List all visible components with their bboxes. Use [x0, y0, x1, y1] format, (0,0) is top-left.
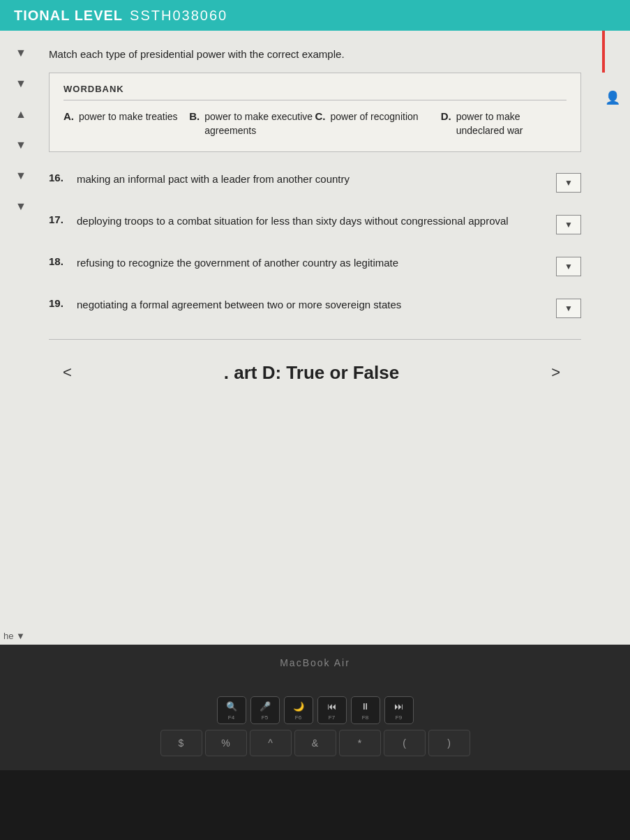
chevron-down-icon-17: ▼	[564, 220, 573, 230]
rewind-icon: ⏮	[327, 701, 336, 712]
moon-icon: 🌙	[293, 701, 304, 712]
symbol-keys-row: $ % ^ & * ( )	[160, 730, 470, 756]
key-f5[interactable]: 🎤 F5	[250, 696, 280, 724]
dropdown-19[interactable]: ▼	[556, 299, 581, 318]
dropdown-18[interactable]: ▼	[556, 257, 581, 276]
laptop-bottom: MacBook Air 🔍 F4 🎤 F5 🌙 F6 ⏮ F7 ⏸ F8 ⏭ F…	[0, 645, 630, 770]
wb-letter-c: C.	[315, 110, 328, 122]
key-f4[interactable]: 🔍 F4	[217, 696, 246, 724]
key-f8[interactable]: ⏸ F8	[351, 696, 380, 724]
key-asterisk[interactable]: *	[339, 730, 381, 756]
dropdown-17[interactable]: ▼	[556, 215, 581, 234]
mic-icon: 🎤	[260, 701, 271, 712]
question-text-16: making an informal pact with a leader fr…	[77, 172, 549, 188]
chevron-down-icon-18: ▼	[564, 262, 573, 271]
wordbank-item-d: D. power to make undeclared war	[441, 110, 567, 137]
key-close-paren[interactable]: )	[428, 730, 470, 756]
header-bar: TIONAL LEVEL SSTH038060	[0, 0, 630, 31]
part-label: . art D: True or False	[224, 362, 399, 384]
wordbank-item-b: B. power to make executive agreements	[189, 110, 315, 137]
question-text-17: deploying troops to a combat situation f…	[77, 213, 549, 230]
question-text-19: negotiating a formal agreement between t…	[77, 297, 549, 313]
key-dollar[interactable]: $	[160, 730, 202, 756]
search-icon: 🔍	[226, 701, 237, 712]
left-sidebar: ▼ ▼ ▲ ▼ ▼ ▼	[0, 31, 42, 645]
question-number-18: 18.	[49, 255, 70, 267]
wordbank-box: WORDBANK A. power to make treaties B. po…	[49, 73, 581, 152]
header-title: TIONAL LEVEL	[14, 8, 123, 24]
header-code: SSTH038060	[130, 8, 227, 24]
question-row-17: 17. deploying troops to a combat situati…	[49, 213, 581, 234]
instruction-text: Match each type of presidential power wi…	[49, 48, 581, 60]
question-row-16: 16. making an informal pact with a leade…	[49, 172, 581, 193]
right-sidebar: 👤	[595, 31, 630, 645]
sidebar-arrow-4[interactable]: ▼	[13, 137, 29, 153]
nav-bottom: < . art D: True or False >	[49, 354, 581, 395]
chevron-down-icon-19: ▼	[564, 303, 573, 313]
key-f7[interactable]: ⏮ F7	[317, 696, 347, 724]
content-area: Match each type of presidential power wi…	[42, 31, 595, 645]
he-partial-label: he ▼	[3, 631, 25, 641]
key-f9[interactable]: ⏭ F9	[384, 696, 414, 724]
wb-text-d: power to make undeclared war	[456, 110, 567, 137]
key-ampersand[interactable]: &	[294, 730, 336, 756]
red-accent-bar	[602, 31, 605, 73]
question-number-19: 19.	[49, 297, 70, 309]
wb-text-c: power of recognition	[331, 110, 419, 124]
key-open-paren[interactable]: (	[384, 730, 426, 756]
section-divider	[49, 339, 581, 340]
wb-text-a: power to make treaties	[79, 110, 178, 124]
key-percent[interactable]: %	[205, 730, 247, 756]
user-icon[interactable]: 👤	[605, 90, 620, 105]
sidebar-arrow-5[interactable]: ▼	[13, 167, 29, 184]
dropdown-16[interactable]: ▼	[556, 173, 581, 193]
chevron-down-icon-16: ▼	[564, 178, 573, 188]
wordbank-title: WORDBANK	[63, 84, 567, 100]
wordbank-item-a: A. power to make treaties	[63, 110, 189, 124]
wb-letter-d: D.	[441, 110, 453, 122]
wb-text-b: power to make executive agreements	[204, 110, 315, 137]
wb-letter-b: B.	[189, 110, 202, 122]
wordbank-item-c: C. power of recognition	[315, 110, 441, 124]
question-text-18: refusing to recognize the government of …	[77, 255, 549, 271]
question-row-19: 19. negotiating a formal agreement betwe…	[49, 297, 581, 318]
sidebar-arrow-3[interactable]: ▲	[13, 106, 29, 123]
sidebar-arrow-6[interactable]: ▼	[13, 198, 29, 215]
key-caret[interactable]: ^	[250, 730, 292, 756]
macbook-brand: MacBook Air	[280, 657, 350, 668]
next-nav-button[interactable]: >	[544, 361, 567, 384]
question-number-16: 16.	[49, 172, 70, 183]
main-content: ▼ ▼ ▲ ▼ ▼ ▼ Match each type of president…	[0, 31, 630, 645]
fastforward-icon: ⏭	[394, 701, 403, 712]
question-row-18: 18. refusing to recognize the government…	[49, 255, 581, 276]
sidebar-arrow-2[interactable]: ▼	[13, 75, 29, 92]
pause-icon: ⏸	[361, 701, 370, 712]
keyboard-row: 🔍 F4 🎤 F5 🌙 F6 ⏮ F7 ⏸ F8 ⏭ F9	[217, 696, 414, 724]
key-f6[interactable]: 🌙 F6	[284, 696, 313, 724]
sidebar-arrow-1[interactable]: ▼	[13, 45, 29, 61]
question-number-17: 17.	[49, 213, 70, 225]
wb-letter-a: A.	[63, 110, 76, 122]
wordbank-options: A. power to make treaties B. power to ma…	[63, 110, 567, 137]
prev-nav-button[interactable]: <	[56, 361, 79, 384]
